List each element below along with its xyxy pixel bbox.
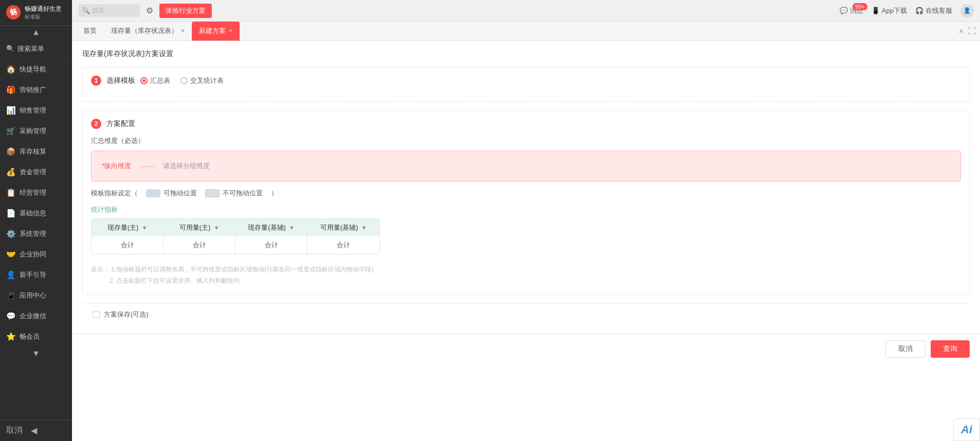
- topbar-search[interactable]: 🔍 搜索: [78, 4, 140, 17]
- sidebar-item-label: 应用中心: [20, 291, 46, 300]
- sidebar-item-label: 新手引导: [20, 270, 46, 280]
- handshake-icon: 🤝: [6, 250, 15, 259]
- indicator-settings-suffix: ）: [271, 189, 278, 198]
- tab-home[interactable]: 首页: [76, 22, 104, 41]
- industry-plan-button[interactable]: 体验行业方案: [159, 4, 212, 18]
- chevron-down-icon: ▼: [361, 225, 367, 231]
- sidebar-item-search[interactable]: 🔍 搜索菜单: [0, 39, 72, 59]
- sidebar-item-label: 销售管理: [20, 106, 46, 115]
- stats-col1-header[interactable]: 现存量(主) ▼: [92, 219, 164, 236]
- stats-section: 统计指标 现存量(主) ▼ 可用量(主) ▼: [91, 205, 961, 256]
- radio-crosstab[interactable]: 交叉统计表: [180, 76, 224, 85]
- stats-col3-value: 合计: [235, 236, 307, 254]
- save-option-label: 方案保存(可选): [104, 310, 149, 319]
- app-logo-icon: 畅: [6, 5, 21, 20]
- template-radio-group: 汇总表 交叉统计表: [140, 76, 224, 85]
- tab-inventory-status-label: 现存量（库存状况表）: [111, 26, 178, 35]
- messages-button[interactable]: 💬 消息 99+: [840, 6, 863, 15]
- step1-header: 1 选择模板 汇总表 交叉统计表: [91, 76, 961, 86]
- user-icon: 👤: [6, 270, 15, 280]
- chevron-down-icon: ▼: [213, 225, 219, 231]
- sidebar-item-system[interactable]: ⚙️ 系统管理: [0, 224, 72, 244]
- sidebar-item-quick-nav[interactable]: 🏠 快捷导航: [0, 59, 72, 80]
- sidebar-scroll-up[interactable]: ▲: [0, 26, 72, 39]
- sidebar-item-purchase[interactable]: 🛒 采购管理: [0, 121, 72, 141]
- bottom-bar: 取消 查询: [72, 334, 980, 364]
- sidebar-item-label: 营销推广: [20, 85, 46, 95]
- sidebar-item-label: 资金管理: [20, 168, 46, 177]
- sidebar: 畅 畅赚通好生意 标准版 ▲ 🔍 搜索菜单 🏠 快捷导航 🎁 营销推广 📊 销售…: [0, 0, 72, 441]
- sidebar-item-finance[interactable]: 💰 资金管理: [0, 162, 72, 182]
- radio-summary[interactable]: 汇总表: [140, 76, 170, 85]
- sidebar-scroll: ▲ 🔍 搜索菜单 🏠 快捷导航 🎁 营销推广 📊 销售管理 🛒 采购管理 📦 库…: [0, 26, 72, 419]
- sidebar-item-inventory[interactable]: 📦 库存核算: [0, 141, 72, 162]
- clipboard-icon: 📋: [6, 188, 15, 197]
- dimension-area: *纵向维度 —— 请选择分组维度: [91, 151, 961, 181]
- sidebar-item-basic-info[interactable]: 📄 基础信息: [0, 203, 72, 224]
- message-icon: 💬: [840, 7, 848, 14]
- home-icon: 🏠: [6, 65, 15, 74]
- sidebar-item-marketing[interactable]: 🎁 营销推广: [0, 80, 72, 100]
- sidebar-item-label: 快捷导航: [20, 65, 46, 74]
- sidebar-item-app-center[interactable]: 📱 应用中心: [0, 285, 72, 306]
- search-icon: 🔍: [6, 45, 14, 52]
- sidebar-item-label: 采购管理: [20, 126, 46, 136]
- ai-assistant[interactable]: Ai: [953, 418, 980, 441]
- sidebar-item-new-guide[interactable]: 👤 新手引导: [0, 265, 72, 285]
- step2-section: 2 方案配置 汇总维度（必选） *纵向维度 —— 请选择分组维度 模板指标设定（: [82, 110, 970, 295]
- mobile-icon: 📱: [6, 291, 15, 300]
- no-drag-label: 不可拖动位置: [223, 189, 263, 198]
- tab-close-window-icon[interactable]: ×: [959, 27, 964, 36]
- chat-icon: 💬: [6, 311, 15, 321]
- sidebar-item-label: 库存核算: [20, 147, 46, 156]
- headset-icon: 🎧: [915, 7, 923, 14]
- gear-icon: ⚙️: [6, 229, 15, 238]
- box-icon: 📦: [6, 147, 15, 156]
- doc-icon: 📄: [6, 209, 15, 218]
- tab-inventory-status[interactable]: 现存量（库存状况表） ×: [104, 22, 192, 41]
- user-avatar[interactable]: 👤: [960, 4, 974, 17]
- chart-icon: 📊: [6, 106, 15, 115]
- money-icon: 💰: [6, 168, 15, 177]
- sidebar-item-wechat[interactable]: 💬 企业微信: [0, 306, 72, 326]
- collapse-icon[interactable]: ◀: [31, 426, 37, 435]
- sidebar-item-operations[interactable]: 📋 经营管理: [0, 182, 72, 203]
- stats-table-header: 现存量(主) ▼ 可用量(主) ▼ 现存量(基辅) ▼: [92, 219, 379, 236]
- sidebar-item-membership[interactable]: ⭐ 畅会员: [0, 326, 72, 347]
- dimension-required-label: 汇总维度（必选）: [91, 136, 961, 145]
- app-logo-text: 畅赚通好生意 标准版: [25, 5, 62, 20]
- drag-box-icon: [146, 189, 160, 197]
- sidebar-item-label: 企业微信: [20, 311, 46, 321]
- stats-col4-header[interactable]: 可用量(基辅) ▼: [307, 219, 379, 236]
- app-download-button[interactable]: 📱 App下载: [872, 6, 907, 15]
- sidebar-item-cooperation[interactable]: 🤝 企业协同: [0, 244, 72, 265]
- sidebar-scroll-down[interactable]: ▼: [0, 347, 72, 360]
- indicator-settings-row: 模板指标设定（ 可拖动位置 不可拖动位置 ）: [91, 189, 961, 198]
- tab-close-icon[interactable]: ×: [181, 27, 185, 34]
- stats-col2-header[interactable]: 可用量(主) ▼: [164, 219, 235, 236]
- save-option-row: 方案保存(可选): [82, 303, 970, 325]
- tab-maximize-icon[interactable]: ⛶: [968, 27, 976, 36]
- chevron-down-icon: ▼: [141, 225, 147, 231]
- stats-col1-value: 合计: [92, 236, 164, 254]
- topbar-gear-icon[interactable]: ⚙: [146, 6, 153, 15]
- online-service-button[interactable]: 🎧 在线客服: [915, 6, 952, 15]
- separator: ——: [140, 162, 154, 170]
- sidebar-item-label: 企业协同: [20, 250, 46, 259]
- sidebar-item-sales[interactable]: 📊 销售管理: [0, 100, 72, 121]
- main-area: 🔍 搜索 ⚙ 体验行业方案 💬 消息 99+ 📱 App下载 🎧 在线客服 👤 …: [72, 0, 980, 441]
- sidebar-item-label: 畅会员: [20, 332, 40, 341]
- indicator-settings-label: 模板指标设定（: [91, 189, 138, 198]
- save-checkbox[interactable]: [93, 311, 100, 318]
- settings-icon[interactable]: 取消: [6, 425, 23, 436]
- gift-icon: 🎁: [6, 85, 15, 95]
- query-button[interactable]: 查询: [931, 340, 970, 358]
- tab-new-plan[interactable]: 新建方案 ×: [192, 22, 240, 41]
- phone-icon: 📱: [872, 7, 880, 14]
- topbar-right: 💬 消息 99+ 📱 App下载 🎧 在线客服 👤: [840, 4, 974, 17]
- tab-new-close-icon[interactable]: ×: [229, 27, 232, 34]
- stats-col3-header[interactable]: 现存量(基辅) ▼: [235, 219, 307, 236]
- tabs-bar: 首页 现存量（库存状况表） × 新建方案 × × ⛶: [72, 22, 980, 41]
- step1-title: 选择模板: [106, 76, 135, 85]
- cancel-button[interactable]: 取消: [885, 340, 925, 358]
